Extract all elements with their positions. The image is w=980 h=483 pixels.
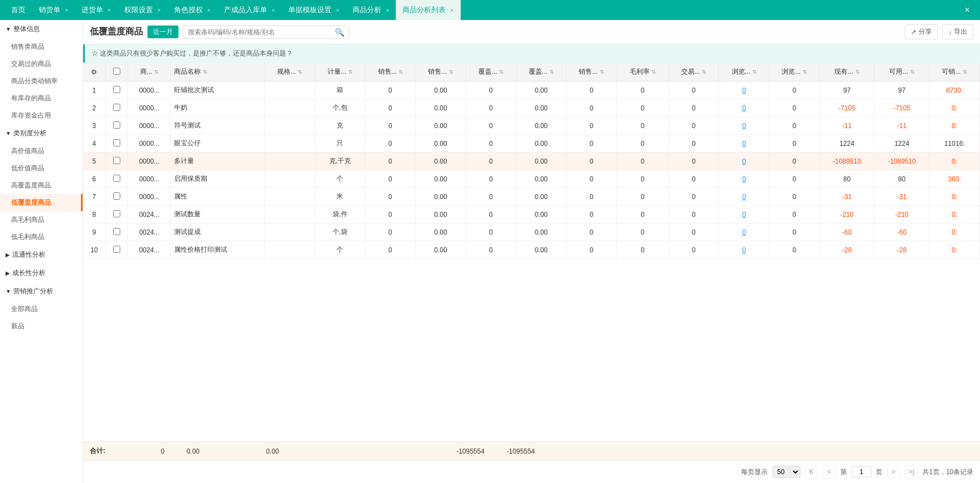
- nav-purchase[interactable]: 进货单 ×: [75, 0, 118, 20]
- row-checkbox[interactable]: [105, 82, 127, 99]
- row-b1[interactable]: 0: [719, 223, 769, 241]
- row-b2: 0: [769, 223, 820, 241]
- share-button[interactable]: ↗ 分享: [905, 24, 938, 39]
- col-name[interactable]: 商品名称 ⇅: [171, 63, 265, 82]
- nav-template[interactable]: 单据模板设置 ×: [282, 0, 346, 20]
- sidebar-section-flow[interactable]: ▶ 流通性分析: [0, 246, 83, 264]
- nav-sales-close[interactable]: ×: [65, 7, 68, 13]
- sidebar-item-low-coverage[interactable]: 低覆盖度商品: [0, 194, 83, 211]
- row-b1[interactable]: 0: [719, 99, 769, 117]
- row-b1[interactable]: 0: [719, 206, 769, 223]
- nav-home[interactable]: 首页: [4, 0, 32, 20]
- row-b1[interactable]: 0: [719, 170, 769, 188]
- page-input[interactable]: [851, 466, 871, 477]
- sidebar-item-category-rate[interactable]: 商品分类动销率: [0, 73, 83, 90]
- row-checkbox[interactable]: [105, 135, 127, 152]
- row-stock3: 0:: [930, 206, 980, 223]
- col-sales2[interactable]: 销售... ⇅: [416, 63, 466, 82]
- col-sales3[interactable]: 销售... ⇅: [566, 63, 617, 82]
- sidebar-item-new-products[interactable]: 新品: [0, 318, 83, 335]
- row-checkbox[interactable]: [105, 99, 127, 117]
- col-checkbox[interactable]: [105, 63, 127, 82]
- nav-role-close[interactable]: ×: [207, 7, 211, 13]
- row-checkbox[interactable]: [105, 206, 127, 223]
- export-button[interactable]: ↓ 导出: [942, 24, 973, 39]
- nav-role[interactable]: 角色授权 ×: [167, 0, 217, 20]
- nav-permission-close[interactable]: ×: [157, 7, 161, 13]
- per-page-select[interactable]: 50 20 100: [772, 466, 800, 478]
- row-b1[interactable]: 0: [719, 241, 769, 259]
- sidebar-section-marketing[interactable]: ▼ 营销推广分析: [0, 282, 83, 301]
- nav-production[interactable]: 产成品入库单 ×: [217, 0, 282, 20]
- row-b2: 0: [769, 206, 820, 223]
- col-unit[interactable]: 计量... ⇅: [315, 63, 365, 82]
- row-checkbox[interactable]: [105, 170, 127, 188]
- prev-page-button[interactable]: <: [823, 465, 836, 479]
- row-b1[interactable]: 0: [719, 152, 769, 170]
- nav-analysis[interactable]: 商品分析 ×: [346, 0, 396, 20]
- nav-sales[interactable]: 销货单 ×: [32, 0, 75, 20]
- row-b1[interactable]: 0: [719, 135, 769, 152]
- nav-permission[interactable]: 权限设置 ×: [118, 0, 167, 20]
- table-header-row: ⚙ 商... ⇅ 商品名称 ⇅ 规格... ⇅ 计量... ⇅ 销售... ⇅ …: [83, 63, 980, 82]
- next-page-button[interactable]: >: [887, 465, 900, 479]
- nav-purchase-close[interactable]: ×: [108, 7, 111, 13]
- sidebar-section-growth[interactable]: ▶ 成长性分析: [0, 264, 83, 282]
- sidebar-item-high-profit[interactable]: 高毛利商品: [0, 211, 83, 228]
- col-settings[interactable]: ⚙: [83, 63, 105, 82]
- row-checkbox[interactable]: [105, 188, 127, 206]
- col-spec[interactable]: 规格... ⇅: [264, 63, 315, 82]
- row-s3: 0: [566, 99, 617, 117]
- row-b1[interactable]: 0: [719, 117, 769, 135]
- row-b1[interactable]: 0: [719, 188, 769, 206]
- search-input[interactable]: [188, 28, 335, 36]
- table-container[interactable]: ⚙ 商... ⇅ 商品名称 ⇅ 规格... ⇅ 计量... ⇅ 销售... ⇅ …: [83, 63, 980, 441]
- row-checkbox[interactable]: [105, 241, 127, 259]
- row-stock3: 0:: [930, 99, 980, 117]
- col-sales1[interactable]: 销售... ⇅: [365, 63, 416, 82]
- nav-analysis-close[interactable]: ×: [386, 7, 389, 13]
- col-coverage2[interactable]: 覆盖... ⇅: [516, 63, 566, 82]
- nav-template-label: 单据模板设置: [288, 6, 331, 14]
- sidebar-item-stock-capital[interactable]: 库存资金占用: [0, 107, 83, 124]
- col-coverage1[interactable]: 覆盖... ⇅: [466, 63, 516, 82]
- col-stock1[interactable]: 现有... ⇅: [819, 63, 874, 82]
- sidebar-item-all-products[interactable]: 全部商品: [0, 301, 83, 318]
- first-page-button[interactable]: K: [805, 465, 818, 479]
- sidebar-section-category[interactable]: ▼ 类别度分析: [0, 124, 83, 143]
- col-browse1[interactable]: 浏览... ⇅: [719, 63, 769, 82]
- sidebar-item-high-value[interactable]: 高价值商品: [0, 143, 83, 160]
- row-stock3: 11016:: [930, 135, 980, 152]
- time-filter-button[interactable]: 近一月: [147, 26, 178, 38]
- search-icon[interactable]: 🔍: [335, 28, 344, 37]
- table-row: 8 0024... 测试数量 袋,件 0 0.00 0 0.00 0 0 0 0…: [83, 206, 980, 223]
- nav-production-close[interactable]: ×: [272, 7, 275, 13]
- sidebar-item-traded-products[interactable]: 交易过的商品: [0, 55, 83, 73]
- sidebar-item-low-profit[interactable]: 低毛利商品: [0, 228, 83, 246]
- sidebar-item-sales-products[interactable]: 销售类商品: [0, 38, 83, 55]
- select-all-checkbox[interactable]: [113, 68, 120, 75]
- row-s3: 0: [566, 170, 617, 188]
- row-checkbox[interactable]: [105, 223, 127, 241]
- nav-template-close[interactable]: ×: [336, 7, 339, 13]
- window-close-button[interactable]: ×: [959, 2, 976, 18]
- nav-analysis-list-close[interactable]: ×: [450, 7, 453, 13]
- col-gross[interactable]: 毛利率 ⇅: [616, 63, 668, 82]
- col-browse2[interactable]: 浏览... ⇅: [769, 63, 820, 82]
- row-checkbox[interactable]: [105, 117, 127, 135]
- sidebar-item-stock-products[interactable]: 有库存的商品: [0, 90, 83, 107]
- nav-analysis-list[interactable]: 商品分析列表 ×: [396, 0, 460, 20]
- sidebar-item-high-coverage[interactable]: 高覆盖度商品: [0, 177, 83, 194]
- row-stock1: 80: [819, 170, 874, 188]
- row-checkbox[interactable]: [105, 152, 127, 170]
- sidebar-section-overall[interactable]: ▼ 整体信息: [0, 20, 83, 38]
- section-growth-label: 成长性分析: [12, 268, 45, 278]
- row-c2: 0.00: [516, 135, 566, 152]
- col-code[interactable]: 商... ⇅: [128, 63, 171, 82]
- sidebar-item-low-value[interactable]: 低价值商品: [0, 160, 83, 177]
- col-trade[interactable]: 交易... ⇅: [668, 63, 719, 82]
- col-stock2[interactable]: 可用... ⇅: [875, 63, 930, 82]
- last-page-button[interactable]: >|: [905, 465, 918, 479]
- col-stock3[interactable]: 可销... ⇅: [930, 63, 980, 82]
- row-b1[interactable]: 0: [719, 82, 769, 99]
